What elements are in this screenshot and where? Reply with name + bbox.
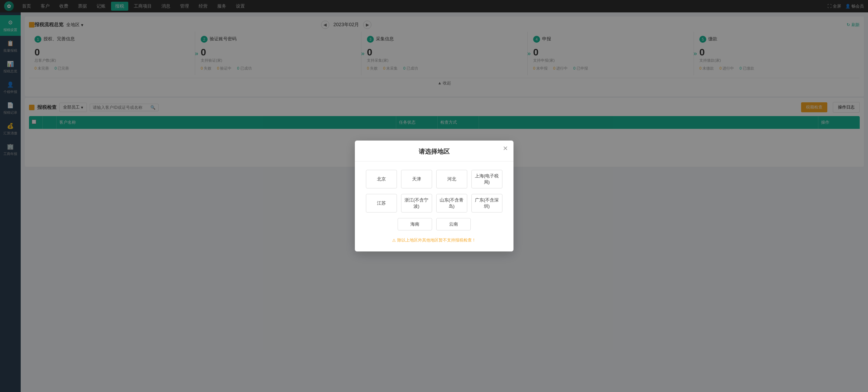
region-btn-hainan[interactable]: 海南 xyxy=(398,218,432,230)
warning-icon: ⚠ xyxy=(392,238,396,243)
modal-body: 北京 天津 河北 上海(电子税局) 江苏 浙江(不含宁波) 山东(不含青岛) 广… xyxy=(355,162,513,251)
region-btn-guangdong[interactable]: 广东(不含深圳) xyxy=(471,194,502,213)
region-row-3: 海南 云南 xyxy=(366,218,502,230)
warning-text: 除以上地区外其他地区暂不支持报税检查！ xyxy=(397,237,476,243)
modal-header: 请选择地区 ✕ xyxy=(355,141,513,162)
region-btn-shanghai[interactable]: 上海(电子税局) xyxy=(471,170,502,188)
modal-warning: ⚠ 除以上地区外其他地区暂不支持报税检查！ xyxy=(366,237,502,243)
region-select-modal: 请选择地区 ✕ 北京 天津 河北 上海(电子税局) 江苏 浙江(不含宁波) 山东… xyxy=(355,141,513,251)
region-btn-tianjin[interactable]: 天津 xyxy=(401,170,432,188)
modal-close-btn[interactable]: ✕ xyxy=(503,145,508,152)
modal-title: 请选择地区 xyxy=(419,148,450,155)
region-btn-shandong[interactable]: 山东(不含青岛) xyxy=(436,194,467,213)
region-btn-yunnan[interactable]: 云南 xyxy=(436,218,471,230)
region-row-1: 北京 天津 河北 上海(电子税局) xyxy=(366,170,502,188)
region-btn-jiangsu[interactable]: 江苏 xyxy=(366,194,397,213)
region-btn-zhejiang[interactable]: 浙江(不含宁波) xyxy=(401,194,432,213)
region-row-2: 江苏 浙江(不含宁波) 山东(不含青岛) 广东(不含深圳) xyxy=(366,194,502,213)
region-btn-hebei[interactable]: 河北 xyxy=(436,170,467,188)
region-btn-beijing[interactable]: 北京 xyxy=(366,170,397,188)
modal-overlay[interactable]: 请选择地区 ✕ 北京 天津 河北 上海(电子税局) 江苏 浙江(不含宁波) 山东… xyxy=(0,0,868,392)
